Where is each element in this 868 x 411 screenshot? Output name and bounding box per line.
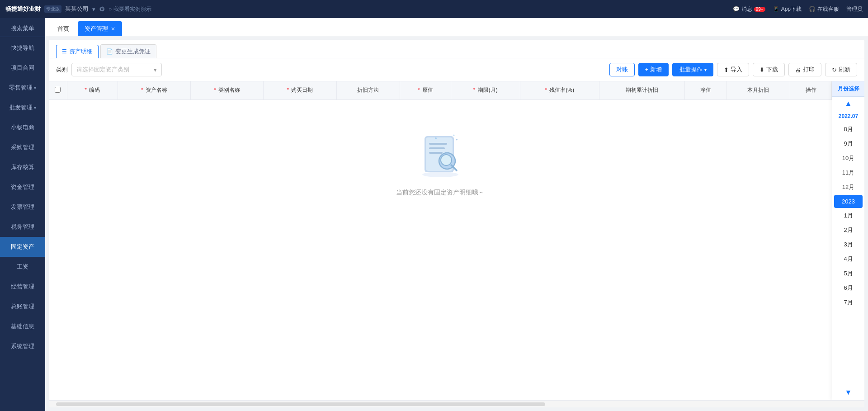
sidebar-item-retail[interactable]: 零售管理 ▾	[0, 78, 45, 98]
sidebar-item-basic-info[interactable]: 基础信息	[0, 317, 45, 336]
sub-tab-bar: ☰ 资产明细 📄 变更生成凭证	[49, 40, 864, 58]
tab-asset-mgmt[interactable]: 资产管理 ✕	[78, 21, 122, 36]
tab-home[interactable]: 首页	[51, 21, 76, 36]
month-panel-up-arrow[interactable]: ▲	[845, 97, 852, 110]
company-name: 某某公司	[65, 5, 89, 13]
sidebar-item-search[interactable]: 搜索菜单	[0, 20, 45, 37]
settings-icon[interactable]: ⚙	[99, 5, 105, 13]
demo-icon: ○	[108, 6, 112, 12]
online-service-button[interactable]: 🎧 在线客服	[809, 5, 839, 13]
sidebar-item-fixed-assets[interactable]: 固定资产	[0, 237, 45, 257]
col-header-code: * 编码	[67, 81, 118, 99]
svg-rect-3	[429, 143, 447, 145]
sidebar-item-ecommerce[interactable]: 小畅电商	[0, 118, 45, 137]
batch-ops-button[interactable]: 批量操作 ▾	[672, 63, 713, 76]
sub-tab-asset-detail[interactable]: ☰ 资产明细	[56, 45, 99, 58]
horizontal-scrollbar[interactable]	[49, 400, 864, 407]
sidebar-item-ledger[interactable]: 总账管理	[0, 297, 45, 317]
month-item-4[interactable]: 4月	[832, 252, 864, 266]
app-logo: 畅捷通好业财	[5, 5, 41, 13]
refresh-button[interactable]: ↻ 刷新	[825, 63, 857, 76]
sidebar-item-finance[interactable]: 资金管理	[0, 177, 45, 197]
month-item-12[interactable]: 12月	[832, 180, 864, 194]
col-header-period: * 期限(月)	[451, 81, 520, 99]
app-download-button[interactable]: 📱 App下载	[773, 5, 802, 13]
top-bar-left: 畅捷通好业财 专业版 某某公司 ▾ ⚙ ○ 我要看实例演示	[5, 5, 151, 13]
sidebar-item-inventory[interactable]: 库存核算	[0, 157, 45, 177]
sidebar-item-invoice[interactable]: 发票管理	[0, 197, 45, 217]
sidebar-item-purchase[interactable]: 采购管理	[0, 137, 45, 157]
scrollbar-thumb[interactable]	[56, 402, 545, 406]
category-dropdown-icon: ▾	[154, 66, 157, 73]
month-panel-down-arrow[interactable]: ▼	[845, 388, 852, 397]
top-bar: 畅捷通好业财 专业版 某某公司 ▾ ⚙ ○ 我要看实例演示 💬 消息 99+ 📱…	[0, 0, 868, 18]
col-header-category: * 类别名称	[191, 81, 264, 99]
sidebar-item-operations[interactable]: 经营管理	[0, 277, 45, 297]
category-label: 类别	[56, 66, 68, 74]
empty-text: 当前您还没有固定资产明细哦～	[396, 189, 485, 197]
month-panel: 月份选择 ▲ 2022.07 8月 9月 10月 11月 12月 2023 1月…	[832, 81, 864, 400]
toolbar: 类别 请选择固定资产类别 ▾ 对账 + 新增 批量操	[49, 58, 864, 81]
download-icon: ⬇	[760, 66, 764, 73]
sidebar-item-system[interactable]: 系统管理	[0, 336, 45, 356]
month-panel-title: 月份选择	[832, 81, 864, 97]
svg-point-10	[453, 134, 454, 136]
empty-illustration	[413, 127, 467, 181]
month-item-current[interactable]: 2022.07	[832, 110, 864, 122]
tab-bar: 首页 资产管理 ✕	[45, 18, 868, 36]
list-icon: ☰	[62, 48, 67, 55]
message-badge: 99+	[754, 7, 765, 12]
assets-table: * 编码 * 资产名称 * 类别名称	[49, 81, 832, 224]
document-icon: 📄	[106, 48, 113, 55]
top-bar-right: 💬 消息 99+ 📱 App下载 🎧 在线客服 管理员	[733, 5, 863, 13]
tab-close-icon[interactable]: ✕	[111, 26, 115, 32]
category-placeholder: 请选择固定资产类别	[76, 66, 129, 74]
sidebar-item-wholesale[interactable]: 批发管理 ▾	[0, 98, 45, 118]
month-item-10[interactable]: 10月	[832, 151, 864, 165]
col-header-operation: 操作	[790, 81, 832, 99]
company-dropdown-icon[interactable]: ▾	[92, 6, 95, 13]
col-header-original-value: * 原值	[400, 81, 451, 99]
table-header-checkbox	[49, 81, 67, 99]
month-item-5[interactable]: 5月	[832, 266, 864, 281]
month-panel-footer: ▼	[845, 385, 852, 400]
col-header-depreciation-method: 折旧方法	[336, 81, 400, 99]
user-avatar[interactable]: 管理员	[846, 5, 863, 13]
import-button[interactable]: ⬆ 导入	[717, 63, 749, 76]
print-button[interactable]: 🖨 打印	[788, 63, 821, 76]
message-icon: 💬	[733, 6, 740, 12]
col-header-accumulated-depreciation: 期初累计折旧	[599, 81, 685, 99]
svg-point-0	[422, 172, 458, 177]
headset-icon: 🎧	[809, 6, 816, 12]
user-name: 管理员	[846, 5, 863, 13]
table-container: * 编码 * 资产名称 * 类别名称	[49, 81, 832, 400]
sidebar-item-tax[interactable]: 税务管理	[0, 217, 45, 237]
svg-rect-4	[429, 147, 445, 149]
col-header-purchase-date: * 购买日期	[264, 81, 336, 99]
month-item-11[interactable]: 11月	[832, 165, 864, 180]
month-item-1[interactable]: 1月	[832, 208, 864, 223]
month-item-7[interactable]: 7月	[832, 295, 864, 310]
category-select-box[interactable]: 请选择固定资产类别 ▾	[71, 63, 162, 76]
month-item-year-2023[interactable]: 2023	[834, 195, 863, 208]
month-item-2[interactable]: 2月	[832, 223, 864, 237]
sidebar-item-project[interactable]: 项目合同	[0, 58, 45, 78]
month-item-9[interactable]: 9月	[832, 137, 864, 151]
select-all-checkbox[interactable]	[55, 87, 61, 93]
category-filter: 类别 请选择固定资产类别 ▾	[56, 63, 162, 76]
sidebar-item-salary[interactable]: 工资	[0, 257, 45, 277]
sub-tab-change-voucher[interactable]: 📄 变更生成凭证	[100, 44, 156, 58]
col-header-monthly-depreciation: 本月折旧	[726, 81, 790, 99]
content-area: 首页 资产管理 ✕ ☰ 资产明细 📄 变更生成凭证	[45, 18, 868, 411]
demo-link[interactable]: ○ 我要看实例演示	[108, 5, 151, 13]
reconcile-button[interactable]: 对账	[609, 63, 635, 76]
add-button[interactable]: + 新增	[638, 63, 669, 76]
download-button[interactable]: ⬇ 下载	[753, 63, 785, 76]
month-item-3[interactable]: 3月	[832, 237, 864, 252]
month-item-8[interactable]: 8月	[832, 122, 864, 137]
page-content: ☰ 资产明细 📄 变更生成凭证 类别 请选择固定资产类别 ▾	[49, 40, 864, 407]
month-item-6[interactable]: 6月	[832, 281, 864, 295]
sidebar-item-quick-nav[interactable]: 快捷导航	[0, 38, 45, 58]
sidebar: 搜索菜单 快捷导航 项目合同 零售管理 ▾ 批发管理 ▾ 小畅电商 采购管理 库…	[0, 18, 45, 411]
message-button[interactable]: 💬 消息 99+	[733, 5, 765, 13]
